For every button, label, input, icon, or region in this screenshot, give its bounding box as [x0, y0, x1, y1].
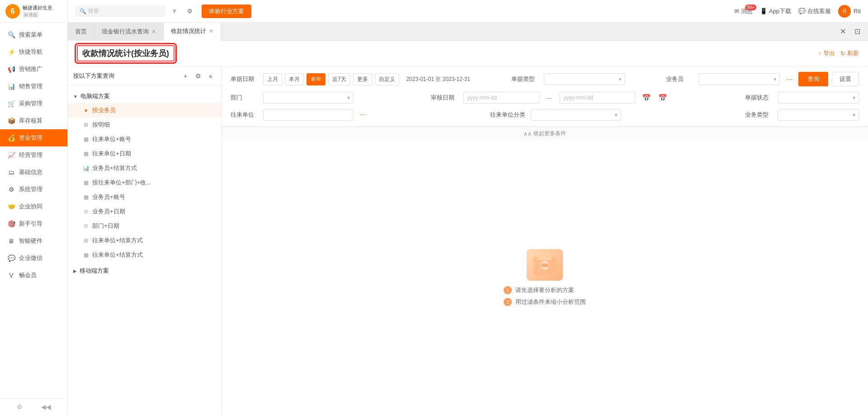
- tree-group-header-移动端方案[interactable]: ▶ 移动端方案: [68, 264, 221, 278]
- tree-item-salesman-settle[interactable]: 📊业务员+结算方式: [68, 161, 221, 175]
- tab-collection-stat[interactable]: 收款情况统计✕: [164, 23, 221, 41]
- date-separator: —: [547, 94, 552, 101]
- user-avatar[interactable]: R Rit: [838, 5, 861, 18]
- maximize-window-icon[interactable]: ⊡: [852, 26, 863, 37]
- date-btn-本月[interactable]: 本月: [285, 73, 304, 85]
- right-panel: 单据日期 上月本月本年近7天更多自定义 2023-01-01 至 2023-12…: [222, 66, 868, 415]
- sidebar-item-corp[interactable]: 🤝 企业协同: [0, 198, 67, 215]
- logo-icon: 6: [5, 4, 20, 19]
- empty-steps: 1 请先选择要分析的方案 2 用过滤条件来缩小分析范围: [504, 286, 586, 306]
- doc-type-select[interactable]: [544, 73, 625, 85]
- app-icon: 📱: [760, 8, 767, 14]
- tree-item-unit-settle1[interactable]: ⊞往来单位+结算方式: [68, 233, 221, 248]
- date-btn-更多[interactable]: 更多: [353, 73, 372, 85]
- biz-type-select[interactable]: [778, 109, 859, 121]
- sidebar-item-search-menu[interactable]: 🔍 搜索菜单: [0, 26, 67, 43]
- tree-item-unit-settle2[interactable]: ▦往来单位+结算方式: [68, 248, 221, 262]
- date-btn-本年[interactable]: 本年: [307, 73, 326, 85]
- collapse-sidebar-icon[interactable]: ◀◀: [41, 403, 51, 410]
- tree-item-dept-date[interactable]: ⊙部门+日期: [68, 219, 221, 233]
- date-btn-近7天[interactable]: 近7天: [328, 73, 350, 85]
- tree-item-label-salesman-date: 业务员+日期: [92, 208, 125, 216]
- tree-item-salesman-account[interactable]: ▦业务员+账号: [68, 190, 221, 204]
- demo-btn[interactable]: 体验行业方案: [202, 5, 251, 18]
- app-download-btn[interactable]: 📱 App下载: [760, 7, 791, 15]
- sidebar-item-member[interactable]: V 畅会员: [0, 267, 67, 284]
- sidebar-item-basic[interactable]: 🗂 基础信息: [0, 164, 67, 181]
- sidebar-item-purchase[interactable]: 🛒 采购管理: [0, 95, 67, 112]
- tree-item-label-unit-settle2: 往来单位+结算方式: [92, 251, 143, 259]
- add-scheme-btn[interactable]: +: [180, 71, 190, 81]
- tabbar: 首页现金银行流水查询✕收款情况统计✕ ✕ ⊡: [68, 23, 868, 41]
- left-panel: 按以下方案查询 + ⚙ « ▼ 电脑端方案●按业务员⊞按明细▦往来单位+账号▦往…: [68, 66, 222, 415]
- sidebar-item-marketing[interactable]: 📢 营销推广: [0, 61, 67, 78]
- collapse-bar[interactable]: ∧∧ 收起更多条件: [222, 127, 868, 140]
- refresh-btn[interactable]: ↻ 刷新: [840, 49, 859, 57]
- sidebar-item-inventory[interactable]: 📦 库存核算: [0, 112, 67, 129]
- sidebar-item-hardware[interactable]: 🖥 智能硬件: [0, 232, 67, 250]
- finance-icon: 💰: [7, 134, 15, 142]
- tree-item-by-detail[interactable]: ⊞按明细: [68, 118, 221, 132]
- sidebar-item-guide[interactable]: 🎯 新手引导: [0, 215, 67, 232]
- audit-date-calendar-end-icon[interactable]: 📅: [658, 94, 667, 102]
- step-2-num: 2: [504, 298, 512, 306]
- sidebar-item-label-guide: 新手引导: [19, 220, 42, 228]
- dept-select[interactable]: [263, 92, 354, 104]
- date-btn-上月[interactable]: 上月: [263, 73, 282, 85]
- sidebar-item-operation[interactable]: 📈 经营管理: [0, 146, 67, 164]
- salesman-more-btn[interactable]: ···: [786, 75, 793, 84]
- tab-close-bank-flow[interactable]: ✕: [151, 28, 156, 35]
- sidebar-item-label-inventory: 库存核算: [19, 117, 42, 125]
- tab-close-collection-stat[interactable]: ✕: [209, 28, 213, 34]
- content-area: 收款情况统计(按业务员) ↑ 导出 ↻ 刷新 按以下方案查询 +: [68, 41, 868, 415]
- audit-date-calendar-start-icon[interactable]: 📅: [642, 94, 651, 102]
- corp-icon: 🤝: [7, 203, 15, 211]
- system-icon: ⚙: [7, 185, 15, 193]
- search-icon: 🔍: [80, 8, 86, 14]
- salesman-select[interactable]: [698, 73, 780, 85]
- query-row-3: 往来单位 ··· 往来单位分类 业务类型: [231, 109, 859, 121]
- doc-type-select-wrapper: [544, 73, 625, 85]
- sidebar-item-system[interactable]: ⚙ 系统管理: [0, 181, 67, 198]
- tree-item-label-salesman-account: 业务员+账号: [92, 193, 125, 201]
- logo-tag: 标准版: [23, 12, 39, 18]
- topbar-settings-icon[interactable]: ⚙: [184, 5, 196, 18]
- settings-bottom-icon[interactable]: ⚙: [17, 403, 23, 410]
- tab-home[interactable]: 首页: [68, 23, 94, 41]
- audit-date-end-input[interactable]: [560, 92, 636, 104]
- online-service-btn[interactable]: 💬 在线客服: [798, 7, 831, 15]
- customer-input[interactable]: [263, 109, 354, 121]
- export-btn[interactable]: ↑ 导出: [819, 49, 835, 57]
- collapse-left-panel-btn[interactable]: «: [206, 71, 216, 81]
- customer-category-select[interactable]: [531, 109, 621, 121]
- message-btn[interactable]: ✉ 消息 99+: [734, 7, 753, 15]
- sidebar-item-label-quick-nav: 快捷导航: [19, 48, 42, 56]
- close-window-icon[interactable]: ✕: [837, 26, 848, 37]
- query-settings-btn[interactable]: 设置: [832, 72, 859, 86]
- dept-label: 部门: [231, 94, 258, 102]
- sidebar-item-sales[interactable]: 📊 销售管理: [0, 78, 67, 95]
- tree-item-salesman-date[interactable]: ⊙业务员+日期: [68, 204, 221, 219]
- sidebar-item-finance[interactable]: 💰 资金管理: [0, 129, 67, 146]
- tree-item-unit-dept-col[interactable]: ▦按往来单位+部门+收...: [68, 175, 221, 190]
- scheme-settings-btn[interactable]: ⚙: [193, 71, 203, 81]
- query-btn[interactable]: 查询: [798, 72, 828, 86]
- date-btn-自定义[interactable]: 自定义: [375, 73, 399, 85]
- tree-item-unit-account[interactable]: ▦往来单位+账号: [68, 132, 221, 146]
- audit-date-start-input[interactable]: [463, 92, 539, 104]
- doc-status-select[interactable]: [778, 92, 859, 104]
- doc-status-select-wrapper: [778, 92, 859, 104]
- panel-layout: 按以下方案查询 + ⚙ « ▼ 电脑端方案●按业务员⊞按明细▦往来单位+账号▦往…: [68, 66, 868, 415]
- empty-state: 1 请先选择要分析的方案 2 用过滤条件来缩小分析范围: [222, 140, 868, 415]
- sidebar-item-quick-nav[interactable]: ⚡ 快捷导航: [0, 43, 67, 61]
- tree-item-by-salesman[interactable]: ●按业务员: [68, 103, 221, 118]
- tree-group-header-电脑端方案[interactable]: ▼ 电脑端方案: [68, 90, 221, 103]
- tab-bank-flow[interactable]: 现金银行流水查询✕: [94, 23, 164, 41]
- customer-more-btn[interactable]: ···: [360, 111, 366, 119]
- unit-date-icon: ▦: [82, 150, 90, 157]
- tree-item-unit-date[interactable]: ▦往来单位+日期: [68, 146, 221, 161]
- sidebar-item-wechat[interactable]: 💬 企业微信: [0, 250, 67, 267]
- search-bar[interactable]: 🔍 搜索: [75, 5, 165, 17]
- page-header: 收款情况统计(按业务员) ↑ 导出 ↻ 刷新: [68, 41, 868, 66]
- refresh-icon: ↻: [840, 50, 845, 57]
